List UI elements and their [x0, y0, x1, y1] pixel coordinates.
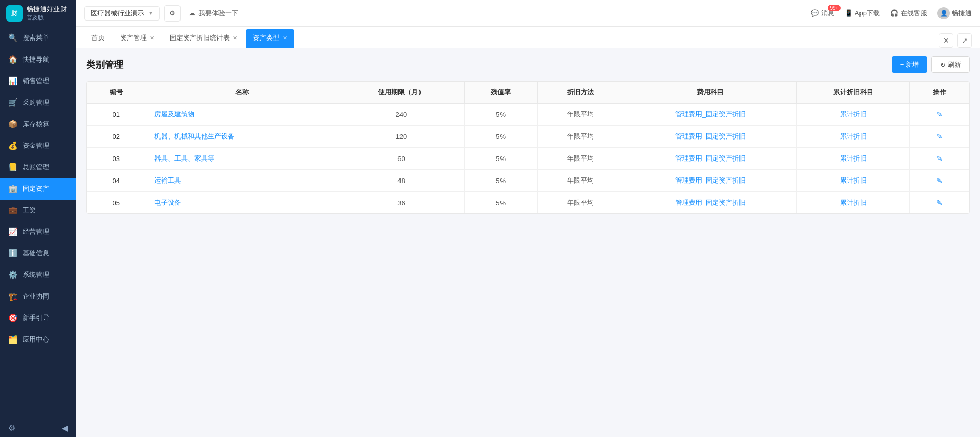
cell-accum-depreciation-3[interactable]: 累计折旧: [797, 170, 910, 192]
sidebar-settings-icon[interactable]: ⚙: [8, 423, 15, 433]
app-logo: 财 畅捷通好业财 普及版: [0, 0, 76, 27]
tab-home[interactable]: 首页: [84, 29, 112, 48]
module-name: 医疗器械行业演示: [91, 9, 144, 18]
sidebar-item-label: 资金管理: [23, 141, 49, 150]
cell-expense-subject-1[interactable]: 管理费用_固定资产折旧: [624, 126, 797, 148]
sidebar-item-apps[interactable]: 🗂️ 应用中心: [0, 329, 76, 350]
message-badge: 99+: [828, 5, 840, 11]
cell-name-2[interactable]: 器具、工具、家具等: [146, 148, 338, 170]
system-icon: ⚙️: [8, 270, 17, 280]
cell-operation-2[interactable]: ✎: [910, 148, 969, 170]
sidebar-item-capital[interactable]: 💰 资金管理: [0, 135, 76, 156]
sidebar-item-label: 快捷导航: [23, 55, 49, 64]
sidebar-item-label: 采购管理: [23, 98, 49, 107]
page-header: 类别管理 + 新增 ↻ 刷新: [86, 56, 970, 73]
cell-accum-depreciation-1[interactable]: 累计折旧: [797, 126, 910, 148]
tab-asset-type[interactable]: 资产类型 ✕: [246, 29, 294, 48]
cell-operation-1[interactable]: ✎: [910, 126, 969, 148]
cell-expense-subject-0[interactable]: 管理费用_固定资产折旧: [624, 104, 797, 126]
sidebar-item-basic-info[interactable]: ℹ️ 基础信息: [0, 243, 76, 264]
sidebar-item-ledger[interactable]: 📒 总账管理: [0, 156, 76, 178]
logo-icon: 财: [6, 5, 23, 22]
cell-name-4[interactable]: 电子设备: [146, 192, 338, 214]
sidebar-item-label: 搜索菜单: [23, 33, 49, 43]
cell-expense-subject-2[interactable]: 管理费用_固定资产折旧: [624, 148, 797, 170]
sidebar-nav: 🔍 搜索菜单 🏠 快捷导航 📊 销售管理 🛒 采购管理 📦 库存核算 💰 资金管…: [0, 27, 76, 419]
sidebar-item-fixed-assets[interactable]: 🏢 固定资产: [0, 178, 76, 200]
settings-icon: ⚙: [169, 9, 175, 17]
cell-expense-subject-4[interactable]: 管理费用_固定资产折旧: [624, 192, 797, 214]
col-header-code: 编号: [87, 82, 146, 104]
topbar-right: 💬 消息 99+ 📱 App下载 🎧 在线客服 👤 畅捷通: [811, 7, 972, 19]
cell-depreciation-method-4: 年限平均: [537, 192, 624, 214]
home-icon: 🏠: [8, 55, 17, 64]
tab-depreciation-stats-close[interactable]: ✕: [233, 35, 237, 42]
topbar: 医疗器械行业演示 ▼ ⚙ ☁ 我要体验一下 💬 消息 99+ 📱 App下载 🎧…: [76, 0, 980, 27]
col-header-residual-rate: 残值率: [464, 82, 537, 104]
online-service-button[interactable]: 🎧 在线客服: [890, 9, 927, 18]
tab-asset-mgmt[interactable]: 资产管理 ✕: [113, 29, 162, 48]
cell-usage-period-3: 48: [338, 170, 465, 192]
sidebar-collapse-icon[interactable]: ◀: [62, 423, 68, 433]
experience-button[interactable]: ☁ 我要体验一下: [189, 9, 238, 18]
user-avatar-icon: 👤: [937, 7, 950, 19]
sidebar-item-guide[interactable]: 🎯 新手引导: [0, 307, 76, 329]
cell-code-0: 01: [87, 104, 146, 126]
cell-operation-3[interactable]: ✎: [910, 170, 969, 192]
refresh-icon: ↻: [940, 61, 946, 69]
capital-icon: 💰: [8, 141, 17, 150]
sidebar-item-label: 系统管理: [23, 270, 49, 280]
purchase-icon: 🛒: [8, 98, 17, 107]
logo-sub: 普及版: [27, 14, 67, 22]
sidebar-item-purchase[interactable]: 🛒 采购管理: [0, 92, 76, 113]
tab-expand-button[interactable]: ⤢: [957, 33, 972, 48]
cell-residual-rate-2: 5%: [464, 148, 537, 170]
sidebar-item-sales[interactable]: 📊 销售管理: [0, 70, 76, 92]
enterprise-icon: 🏗️: [8, 292, 17, 301]
module-selector[interactable]: 医疗器械行业演示 ▼: [84, 6, 160, 21]
table-row: 03 器具、工具、家具等 60 5% 年限平均 管理费用_固定资产折旧 累计折旧…: [87, 148, 969, 170]
cell-operation-0[interactable]: ✎: [910, 104, 969, 126]
tab-asset-type-close[interactable]: ✕: [283, 35, 287, 42]
refresh-label: 刷新: [948, 60, 961, 69]
topbar-settings-button[interactable]: ⚙: [164, 5, 181, 22]
sidebar-item-label: 销售管理: [23, 76, 49, 86]
cell-name-3[interactable]: 运输工具: [146, 170, 338, 192]
cell-name-1[interactable]: 机器、机械和其他生产设备: [146, 126, 338, 148]
table-row: 05 电子设备 36 5% 年限平均 管理费用_固定资产折旧 累计折旧 ✎: [87, 192, 969, 214]
sidebar-item-enterprise[interactable]: 🏗️ 企业协同: [0, 286, 76, 307]
sidebar-item-operations[interactable]: 📈 经营管理: [0, 221, 76, 243]
cell-operation-4[interactable]: ✎: [910, 192, 969, 214]
cell-usage-period-2: 60: [338, 148, 465, 170]
refresh-button[interactable]: ↻ 刷新: [931, 56, 970, 73]
app-download-button[interactable]: 📱 App下载: [845, 9, 880, 18]
inventory-icon: 📦: [8, 120, 17, 129]
module-arrow-icon: ▼: [148, 10, 153, 16]
cell-accum-depreciation-0[interactable]: 累计折旧: [797, 104, 910, 126]
sidebar-item-system[interactable]: ⚙️ 系统管理: [0, 264, 76, 286]
cell-usage-period-1: 120: [338, 126, 465, 148]
cell-depreciation-method-3: 年限平均: [537, 170, 624, 192]
tab-depreciation-stats[interactable]: 固定资产折旧统计表 ✕: [163, 29, 245, 48]
cell-residual-rate-1: 5%: [464, 126, 537, 148]
sidebar-item-payroll[interactable]: 💼 工资: [0, 200, 76, 221]
cell-accum-depreciation-2[interactable]: 累计折旧: [797, 148, 910, 170]
cell-expense-subject-3[interactable]: 管理费用_固定资产折旧: [624, 170, 797, 192]
operations-icon: 📈: [8, 227, 17, 236]
sidebar-item-search[interactable]: 🔍 搜索菜单: [0, 27, 76, 49]
main-area: 医疗器械行业演示 ▼ ⚙ ☁ 我要体验一下 💬 消息 99+ 📱 App下载 🎧…: [76, 0, 980, 437]
cell-name-0[interactable]: 房屋及建筑物: [146, 104, 338, 126]
sidebar-item-label: 固定资产: [23, 184, 49, 193]
tab-asset-mgmt-close[interactable]: ✕: [150, 35, 154, 42]
user-button[interactable]: 👤 畅捷通: [937, 7, 972, 19]
app-download-icon: 📱: [845, 9, 853, 17]
message-button[interactable]: 💬 消息 99+: [811, 9, 834, 18]
new-button[interactable]: + 新增: [892, 56, 927, 73]
sidebar-item-inventory[interactable]: 📦 库存核算: [0, 113, 76, 135]
sidebar: 财 畅捷通好业财 普及版 🔍 搜索菜单 🏠 快捷导航 📊 销售管理 🛒 采购管理…: [0, 0, 76, 437]
col-header-usage-period: 使用期限（月）: [338, 82, 465, 104]
tab-close-button[interactable]: ✕: [939, 33, 953, 48]
cell-accum-depreciation-4[interactable]: 累计折旧: [797, 192, 910, 214]
sidebar-item-quick-nav[interactable]: 🏠 快捷导航: [0, 49, 76, 70]
apps-icon: 🗂️: [8, 335, 17, 344]
